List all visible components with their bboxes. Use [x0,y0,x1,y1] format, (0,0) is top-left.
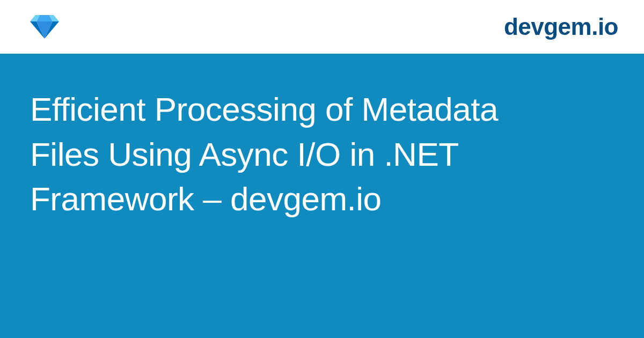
hero-banner: Efficient Processing of Metadata Files U… [0,54,644,338]
gem-icon [30,15,59,39]
header: devgem.io [0,0,644,54]
brand-name: devgem.io [504,13,618,40]
page-title: Efficient Processing of Metadata Files U… [30,87,513,222]
